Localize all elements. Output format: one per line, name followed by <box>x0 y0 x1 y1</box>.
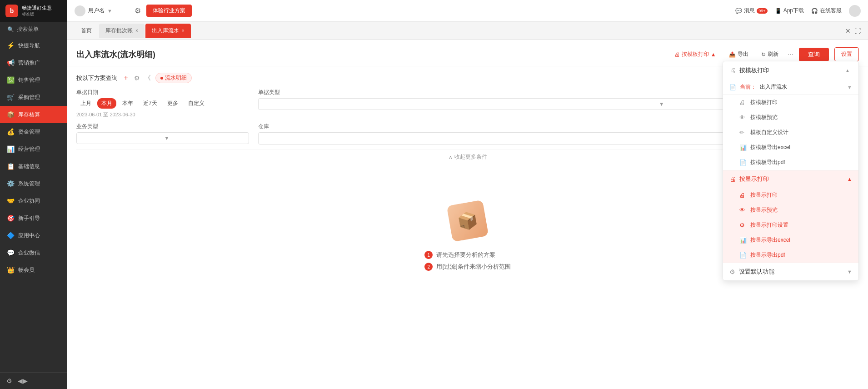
date-btn-more[interactable]: 更多 <box>163 98 182 109</box>
dp-display-excel-item[interactable]: 📊 按显示导出excel <box>723 233 858 248</box>
dp-display-settings-item[interactable]: ⚙ 按显示打印设置 <box>723 218 858 233</box>
setting-btn[interactable]: 设置 <box>834 47 859 61</box>
refresh-label: 刷新 <box>768 50 778 58</box>
sidebar-item-enterprise[interactable]: 🤝 企业协同 <box>0 192 67 209</box>
marketing-icon: 📢 <box>6 59 15 67</box>
main-area: 用户名 ▼ ⚙ 体验行业方案 💬 消息 99+ 📱 App下载 🎧 在线客服 首… <box>67 0 868 389</box>
dp-display-section-header[interactable]: 🖨 按显示打印 ▲ <box>723 170 858 188</box>
dp-display-preview-item[interactable]: 👁 按显示预览 <box>723 203 858 218</box>
topbar-gear-icon[interactable]: ⚙ <box>135 6 141 15</box>
user-section[interactable]: 用户名 ▼ <box>75 5 129 16</box>
sidebar-item-quick-nav[interactable]: ⚡ 快捷导航 <box>0 37 67 54</box>
print-chevron-up-icon: ▲ <box>711 51 716 58</box>
dp-display-pdf-label: 按显示导出pdf <box>750 251 785 259</box>
step-1-num: 1 <box>424 251 433 259</box>
dp-template-preview-item[interactable]: 👁 按模板预览 <box>723 110 858 125</box>
search-icon: 🔍 <box>7 26 14 33</box>
dp-template-print-item[interactable]: 🖨 按模板打印 <box>723 95 858 110</box>
dp-template-print-header[interactable]: 🖨 按模板打印 ▲ <box>723 61 858 80</box>
tab-inventory-batch[interactable]: 库存批次账 × <box>99 24 145 38</box>
dp-template-pdf-item[interactable]: 📄 按模板导出pdf <box>723 155 858 170</box>
sidebar-item-wechat[interactable]: 💬 企业微信 <box>0 244 67 261</box>
refresh-btn[interactable]: ↻ 刷新 <box>758 49 782 60</box>
dp-current-text: 当前： <box>740 83 756 91</box>
enterprise-label: 企业协同 <box>18 197 40 205</box>
sidebar-item-sales[interactable]: 💹 销售管理 <box>0 71 67 89</box>
sidebar-item-vip[interactable]: 👑 畅会员 <box>0 261 67 279</box>
operations-label: 经营管理 <box>18 145 40 153</box>
dp-display-print-item[interactable]: 🖨 按显示打印 <box>723 188 858 203</box>
date-btn-custom[interactable]: 自定义 <box>184 98 209 109</box>
online-service-btn[interactable]: 🎧 在线客服 <box>811 7 842 15</box>
collapse-sidebar-icon[interactable]: ◀▶ <box>18 377 28 384</box>
tab-close-all-icon[interactable]: ✕ <box>845 27 851 35</box>
message-btn[interactable]: 💬 消息 99+ <box>735 7 767 15</box>
filter-collapse-icon[interactable]: 《 <box>145 74 151 82</box>
industry-btn[interactable]: 体验行业方案 <box>146 5 192 17</box>
filter-add-btn[interactable]: ＋ <box>122 73 130 83</box>
dp-template-excel-item[interactable]: 📊 按模板导出excel <box>723 140 858 155</box>
sidebar-item-inventory[interactable]: 📦 库存核算 <box>0 106 67 123</box>
user-thumb-avatar[interactable] <box>849 5 861 17</box>
tab-expand-icon[interactable]: ⛶ <box>854 27 861 35</box>
dp-display-pdf-item[interactable]: 📄 按显示导出pdf <box>723 248 858 263</box>
inventory-icon: 📦 <box>6 110 15 119</box>
sidebar-item-operations[interactable]: 📊 经营管理 <box>0 140 67 158</box>
query-btn[interactable]: 查询 <box>799 48 829 61</box>
sidebar-nav: ⚡ 快捷导航 📢 营销推广 💹 销售管理 🛒 采购管理 📦 库存核算 💰 资金管… <box>0 37 67 372</box>
enterprise-icon: 🤝 <box>6 197 15 205</box>
sidebar-item-finance[interactable]: 💰 资金管理 <box>0 123 67 140</box>
dp-display-section: 🖨 按显示打印 ▲ 🖨 按显示打印 👁 按显 <box>723 170 858 263</box>
sidebar-item-marketing[interactable]: 📢 营销推广 <box>0 54 67 71</box>
filter-title: 按以下方案查询 <box>76 74 118 82</box>
logo-text-block: 畅捷通好生意 标准版 <box>22 5 52 17</box>
filter-tag-flow[interactable]: 流水明细 <box>155 73 192 83</box>
page-container: 出入库流水(流水明细) 🖨 按模板打印 ▲ 📤 导出 ↻ 刷新 <box>67 40 868 389</box>
business-type-select[interactable]: ▼ <box>76 132 249 144</box>
system-label: 系统管理 <box>18 180 40 188</box>
date-btn-last-month[interactable]: 上月 <box>76 98 95 109</box>
date-btn-this-year[interactable]: 本年 <box>118 98 137 109</box>
sidebar-item-apps[interactable]: 🔷 应用中心 <box>0 227 67 244</box>
tab-flow-label: 出入库流水 <box>152 27 179 35</box>
export-btn[interactable]: 📤 导出 <box>725 49 752 60</box>
tab-home-label: 首页 <box>81 27 92 35</box>
date-btn-this-month[interactable]: 本月 <box>97 98 116 109</box>
message-icon: 💬 <box>735 8 742 14</box>
export-icon: 📤 <box>729 51 736 58</box>
dp-display-pdf-icon: 📄 <box>739 252 747 259</box>
print-label: 按模板打印 <box>682 50 709 58</box>
page-title: 出入库流水(流水明细) <box>76 49 155 60</box>
sidebar-item-guide[interactable]: 🎯 新手引导 <box>0 209 67 227</box>
tabs-right: ✕ ⛶ <box>845 27 861 35</box>
dp-display-excel-icon: 📊 <box>739 237 747 244</box>
app-download-label: App下载 <box>783 7 804 15</box>
dp-template-custom-icon: ✏ <box>739 129 747 136</box>
filter-settings-btn[interactable]: ⚙ <box>134 75 140 82</box>
date-btn-7days[interactable]: 近7天 <box>139 98 161 109</box>
empty-icon-box: 📦 <box>447 200 489 242</box>
guide-label: 新手引导 <box>18 214 40 222</box>
dp-display-settings-icon: ⚙ <box>739 222 747 229</box>
sidebar-item-system[interactable]: ⚙️ 系统管理 <box>0 175 67 192</box>
tab-home[interactable]: 首页 <box>75 24 98 38</box>
tab-inventory-batch-close[interactable]: × <box>135 28 138 33</box>
print-dropdown-panel: 🖨 按模板打印 ▲ 📄 当前： 出入库流水 <box>723 61 859 281</box>
vip-icon: 👑 <box>6 266 15 274</box>
basic-label: 基础信息 <box>18 163 40 170</box>
dp-set-default-header[interactable]: ⚙ 设置默认功能 ▼ <box>723 263 858 280</box>
tab-flow-close[interactable]: × <box>182 28 185 33</box>
search-menu-item[interactable]: 🔍 搜索菜单 <box>0 22 67 37</box>
sidebar-item-basic[interactable]: 📋 基础信息 <box>0 158 67 175</box>
dp-template-preview-label: 按模板预览 <box>750 114 778 121</box>
print-dropdown-btn[interactable]: 🖨 按模板打印 ▲ <box>671 49 720 60</box>
dp-template-custom-item[interactable]: ✏ 模板自定义设计 <box>723 125 858 140</box>
user-dropdown-icon[interactable]: ▼ <box>107 8 112 14</box>
sidebar-item-purchase[interactable]: 🛒 采购管理 <box>0 89 67 106</box>
dp-scroll-up-btn[interactable]: ▲ <box>843 66 852 75</box>
more-options-btn[interactable]: ··· <box>788 50 793 59</box>
sidebar-bottom: ⚙ ◀▶ <box>0 372 67 389</box>
tab-flow[interactable]: 出入库流水 × <box>145 24 191 38</box>
settings-icon[interactable]: ⚙ <box>6 377 12 384</box>
app-download-btn[interactable]: 📱 App下载 <box>775 7 804 15</box>
